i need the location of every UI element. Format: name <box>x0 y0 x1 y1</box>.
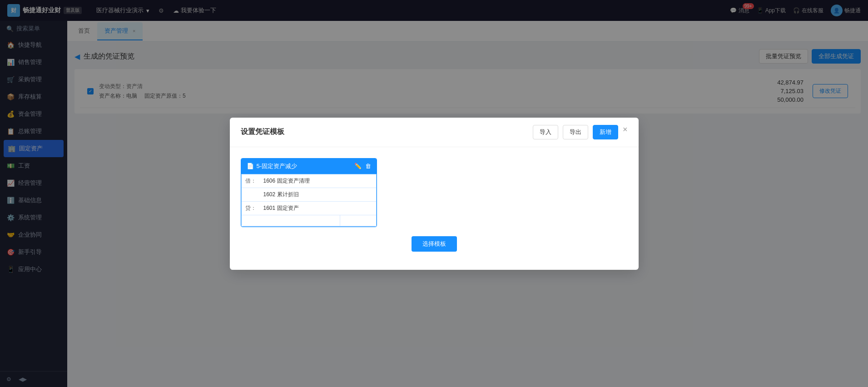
template-card-body: 借： 1606 固定资产清理 1602 累计折旧 <box>241 174 377 227</box>
template-debit-row-1: 借： 1606 固定资产清理 <box>242 174 376 188</box>
modal-header: 设置凭证模板 导入 导出 新增 × <box>230 118 639 147</box>
template-card: 📄 5-固定资产减少 ✏️ 🗑 <box>241 158 377 227</box>
modal-title: 设置凭证模板 <box>241 127 284 137</box>
app-container: 财 畅捷通好业财 普及版 医疗器械行业演示 ▾ ⚙ ☁ 我要体验一下 💬 消息 … <box>0 0 868 387</box>
select-template-area: 选择模板 <box>241 236 628 252</box>
template-card-header-actions: ✏️ 🗑 <box>354 163 371 169</box>
new-btn[interactable]: 新增 <box>593 125 618 139</box>
template-debit-row-2: 1602 累计折旧 <box>242 188 376 202</box>
delete-icon[interactable]: 🗑 <box>365 163 371 169</box>
main-area: 🔍 搜索菜单 🏠 快捷导航 📊 销售管理 🛒 采购管理 📦 <box>0 21 868 387</box>
modal-body: 📄 5-固定资产减少 ✏️ 🗑 <box>230 147 639 270</box>
modal-overlay: 设置凭证模板 导入 导出 新增 × <box>67 42 868 387</box>
import-btn[interactable]: 导入 <box>533 125 558 139</box>
modal-actions: 导入 导出 新增 × <box>533 125 628 139</box>
select-template-btn[interactable]: 选择模板 <box>412 236 457 252</box>
main-content: ◀ 生成的凭证预览 批量凭证预览 全部生成凭证 ✓ 变动类型：资产清 <box>67 42 868 387</box>
close-icon[interactable]: × <box>623 125 628 139</box>
edit-icon[interactable]: ✏️ <box>354 163 362 169</box>
template-doc-icon: 📄 <box>247 163 254 169</box>
template-name: 5-固定资产减少 <box>257 162 298 170</box>
content-area: 首页 资产管理 × ◀ 生成的凭证预览 批量凭证预览 <box>67 21 868 387</box>
empty-row <box>242 215 376 226</box>
template-card-header-left: 📄 5-固定资产减少 <box>247 162 298 170</box>
template-card-header: 📄 5-固定资产减少 ✏️ 🗑 <box>241 159 377 174</box>
template-credit-row-1: 贷： 1601 固定资产 <box>242 202 376 215</box>
modal: 设置凭证模板 导入 导出 新增 × <box>230 118 639 270</box>
export-btn[interactable]: 导出 <box>563 125 588 139</box>
